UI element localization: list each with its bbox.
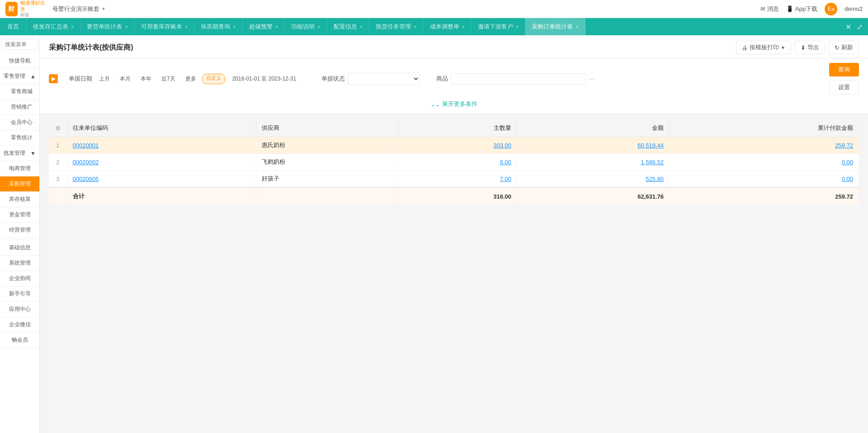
shortcut-7days[interactable]: 近7天 bbox=[157, 74, 179, 84]
sidebar-item-label: 畅会员 bbox=[12, 337, 28, 343]
sidebar-item-xinshouyindao[interactable]: 新手引导 bbox=[0, 286, 39, 302]
sidebar-item-huiyuan[interactable]: 会员中心 bbox=[0, 115, 39, 130]
sidebar-item-jichuXinxi[interactable]: 基础信息 bbox=[0, 240, 39, 256]
sidebar-item-pifa-group[interactable]: 批发管理 ▼ bbox=[0, 146, 39, 161]
refresh-button[interactable]: ↻ 刷新 bbox=[829, 41, 859, 54]
shortcut-more[interactable]: 更多 bbox=[181, 74, 200, 84]
row-index: 2 bbox=[49, 154, 67, 171]
tab-chengbentiaoz[interactable]: 成本调整单 × bbox=[424, 18, 472, 35]
row-quantity[interactable]: 6.00 bbox=[398, 154, 517, 171]
app-download-btn[interactable]: 📱 App下载 bbox=[786, 5, 817, 13]
filter-toggle-arrow[interactable]: ▶ bbox=[49, 74, 58, 83]
row-code[interactable]: 00020005 bbox=[67, 171, 256, 188]
tab-chaochuyujing[interactable]: 超储预警 × bbox=[243, 18, 285, 35]
close-icon[interactable]: × bbox=[317, 24, 320, 29]
data-table: ⚙ 往来单位编码 供应商 主数量 金额 累计付款金额 100020001惠氏奶粉… bbox=[49, 119, 859, 205]
close-icon[interactable]: × bbox=[71, 24, 74, 29]
nav-maximize-button[interactable]: ⤢ bbox=[855, 21, 864, 33]
header-row: ⚙ 往来单位编码 供应商 主数量 金额 累计付款金额 bbox=[49, 119, 859, 137]
sidebar-item-zijin[interactable]: 资金管理 bbox=[0, 207, 39, 223]
close-icon[interactable]: × bbox=[576, 24, 578, 29]
search-input[interactable] bbox=[2, 39, 38, 50]
content-area: 采购订单统计表(按供应商) 🖨 按模板打印 ▼ ⬇ 导出 ↻ 刷新 bbox=[40, 35, 868, 433]
goods-input[interactable] bbox=[451, 73, 586, 85]
table-container: ⚙ 往来单位编码 供应商 主数量 金额 累计付款金额 100020001惠氏奶粉… bbox=[40, 114, 868, 433]
sidebar-item-yingxiao[interactable]: 营销推广 bbox=[0, 100, 39, 115]
sidebar-item-caigouguanli[interactable]: 采购管理 bbox=[0, 176, 39, 192]
workspace-selector[interactable]: 母婴行业演示账套 ▼ bbox=[49, 3, 109, 15]
close-icon[interactable]: × bbox=[233, 24, 236, 29]
row-amount[interactable]: 525.80 bbox=[517, 171, 670, 188]
settings-button[interactable]: 设置 bbox=[829, 80, 859, 95]
row-supplier: 好孩子 bbox=[256, 171, 398, 188]
row-quantity[interactable]: 7.00 bbox=[398, 171, 517, 188]
sidebar-item-jingyingguanli[interactable]: 经营管理 bbox=[0, 223, 39, 238]
sidebar-item-xitonguanli[interactable]: 系统管理 bbox=[0, 256, 39, 271]
sidebar-item-kuaijie[interactable]: 快捷导航 bbox=[0, 53, 39, 69]
close-icon[interactable]: × bbox=[360, 24, 363, 29]
sidebar-item-dianshanaguanli[interactable]: 电商管理 bbox=[0, 161, 39, 176]
tab-baozhi[interactable]: 保质期查询 × bbox=[194, 18, 242, 35]
close-icon[interactable]: × bbox=[275, 24, 278, 29]
sidebar-item-kucun[interactable]: 库存核算 bbox=[0, 192, 39, 207]
tab-paihuorenwu[interactable]: 拣货任务管理 × bbox=[369, 18, 423, 35]
row-paid[interactable]: 0.00 bbox=[670, 171, 859, 188]
close-icon[interactable]: × bbox=[462, 24, 465, 29]
export-label: 导出 bbox=[807, 43, 819, 52]
export-button[interactable]: ⬇ 导出 bbox=[795, 41, 825, 54]
status-label: 单据状态 bbox=[321, 75, 345, 83]
row-paid[interactable]: 0.00 bbox=[670, 154, 859, 171]
row-amount[interactable]: 1,586.52 bbox=[517, 154, 670, 171]
close-icon[interactable]: × bbox=[125, 24, 127, 29]
close-icon[interactable]: × bbox=[516, 24, 519, 29]
table-row: 200020002飞鹤奶粉6.001,586.520.00 bbox=[49, 154, 859, 171]
filter-date-group: 单据日期 上月 本月 本年 近7天 更多 自定义 bbox=[69, 74, 225, 84]
message-label: 消息 bbox=[767, 5, 779, 13]
row-code[interactable]: 00020001 bbox=[67, 137, 256, 154]
tab-caigou-tongji[interactable]: 采购订单统计表 × bbox=[525, 18, 585, 35]
avatar[interactable]: Ea bbox=[825, 3, 837, 15]
page-header-actions: 🖨 按模板打印 ▼ ⬇ 导出 ↻ 刷新 bbox=[736, 41, 859, 54]
query-button[interactable]: 查询 bbox=[829, 63, 859, 76]
tab-peizhi[interactable]: 配置信息 × bbox=[327, 18, 369, 35]
tab-yaohuo[interactable]: 要货单统计表 × bbox=[80, 18, 134, 35]
goods-more-icon[interactable]: ··· bbox=[589, 75, 594, 82]
message-btn[interactable]: ✉ 消息 bbox=[760, 5, 779, 13]
row-amount[interactable]: 60,519.44 bbox=[517, 137, 670, 154]
nav-close-button[interactable]: ✕ bbox=[844, 21, 853, 33]
row-quantity[interactable]: 303.00 bbox=[398, 137, 517, 154]
tab-keyongliang[interactable]: 可用量库存账本 × bbox=[135, 18, 194, 35]
print-button[interactable]: 🖨 按模板打印 ▼ bbox=[736, 41, 791, 54]
shortcut-this-year[interactable]: 本年 bbox=[137, 74, 156, 84]
tab-home[interactable]: 首页 bbox=[0, 18, 27, 35]
tab-label: 成本调整单 bbox=[430, 23, 459, 31]
row-paid[interactable]: 259.72 bbox=[670, 137, 859, 154]
close-icon[interactable]: × bbox=[185, 24, 188, 29]
sidebar-item-lingshao-group[interactable]: 零售管理 ▲ bbox=[0, 69, 39, 84]
footer-label: 合计 bbox=[67, 187, 256, 205]
expand-more-btn[interactable]: ⌄⌄ 展开更多条件 bbox=[430, 100, 477, 108]
shortcut-custom-tag[interactable]: 自定义 bbox=[202, 74, 225, 84]
tab-label: 采购订单统计表 bbox=[532, 23, 573, 31]
close-icon[interactable]: × bbox=[414, 24, 416, 29]
tab-yaoqing[interactable]: 邀请下游客户 × bbox=[472, 18, 525, 35]
sidebar-item-lingshao-tongji[interactable]: 零售统计 bbox=[0, 130, 39, 146]
shortcut-last-month[interactable]: 上月 bbox=[95, 74, 114, 84]
sidebar-item-label: 应用中心 bbox=[9, 306, 31, 312]
username-label[interactable]: demo2 bbox=[844, 5, 863, 12]
sidebar-item-yingyong[interactable]: 应用中心 bbox=[0, 302, 39, 317]
sidebar-separator bbox=[4, 239, 36, 239]
nav-tabs-bar: 首页 收发存汇总表 × 要货单统计表 × 可用量库存账本 × 保质期查询 × 超… bbox=[0, 18, 868, 35]
shortcut-this-month[interactable]: 本月 bbox=[116, 74, 135, 84]
row-code[interactable]: 00020002 bbox=[67, 154, 256, 171]
tab-gongneng[interactable]: 功能说明 × bbox=[285, 18, 327, 35]
sidebar-item-changhyuanyi[interactable]: 畅会员 bbox=[0, 333, 39, 348]
workspace-name: 母婴行业演示账套 bbox=[52, 5, 99, 13]
gear-icon[interactable]: ⚙ bbox=[55, 125, 61, 132]
sidebar-item-lingshao-shangcheng[interactable]: 零售商城 bbox=[0, 84, 39, 100]
tab-shoufaHui[interactable]: 收发存汇总表 × bbox=[27, 18, 80, 35]
sidebar-item-qiyeweixin[interactable]: 企业微信 bbox=[0, 317, 39, 333]
sidebar-item-qiyexietong[interactable]: 企业协同 bbox=[0, 271, 39, 286]
sidebar-item-label: 采购管理 bbox=[9, 181, 31, 187]
status-select[interactable] bbox=[348, 73, 420, 85]
